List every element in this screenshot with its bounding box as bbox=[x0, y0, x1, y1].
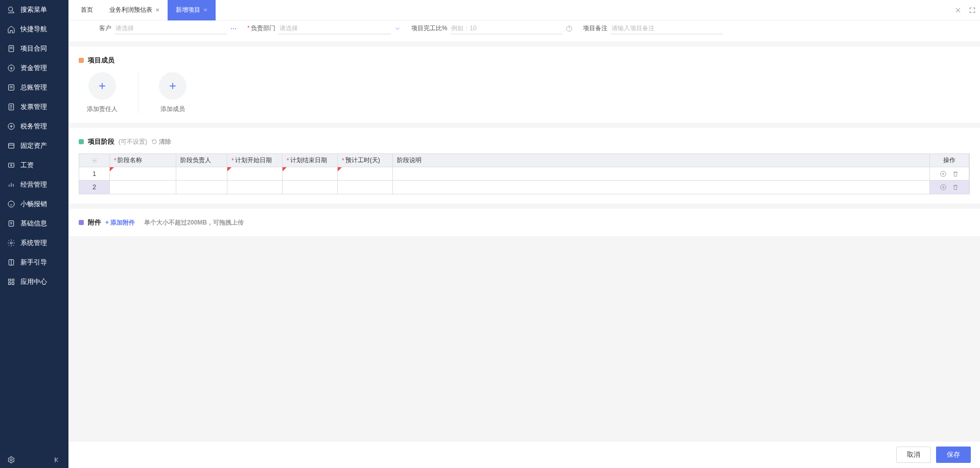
phase-title: 项目阶段 bbox=[88, 137, 114, 146]
section-marker-icon bbox=[79, 58, 84, 63]
invoice-icon bbox=[7, 103, 15, 111]
cell-start[interactable] bbox=[227, 181, 283, 194]
header-end: *计划结束日期 bbox=[283, 154, 338, 167]
field-department: *负责部门 bbox=[247, 23, 401, 34]
percent-input[interactable] bbox=[450, 23, 563, 34]
sidebar-item-label: 固定资产 bbox=[20, 141, 47, 150]
cell-end[interactable] bbox=[283, 167, 338, 181]
sidebar-item-salary[interactable]: 工资 bbox=[0, 155, 68, 175]
spacer bbox=[68, 236, 980, 441]
close-icon[interactable]: ✕ bbox=[155, 7, 159, 13]
svg-point-39 bbox=[233, 28, 234, 29]
header-hours: *预计工时(天) bbox=[338, 154, 393, 167]
sidebar-item-quicknav[interactable]: 快捷导航 bbox=[0, 19, 68, 39]
cell-desc[interactable] bbox=[393, 181, 930, 194]
tab-profit-estimate[interactable]: 业务利润预估表 ✕ bbox=[101, 0, 168, 20]
close-panel-icon[interactable] bbox=[954, 7, 962, 14]
dept-input[interactable] bbox=[278, 23, 391, 34]
chevron-down-icon[interactable] bbox=[394, 25, 401, 32]
sidebar-item-tax[interactable]: 税务管理 bbox=[0, 117, 68, 136]
add-row-icon[interactable] bbox=[940, 184, 947, 191]
sidebar-item-appcenter[interactable]: 应用中心 bbox=[0, 272, 68, 292]
add-member-button[interactable]: + 添加成员 bbox=[159, 72, 186, 114]
svg-rect-8 bbox=[9, 85, 14, 91]
sidebar-item-fund[interactable]: ¥ 资金管理 bbox=[0, 58, 68, 78]
members-header: 项目成员 bbox=[79, 56, 970, 65]
svg-point-43 bbox=[94, 160, 95, 161]
attach-header: 附件 + 添加附件 单个大小不超过200MB，可拖拽上传 bbox=[79, 218, 970, 227]
sidebar-item-guide[interactable]: 新手引导 bbox=[0, 253, 68, 272]
svg-point-34 bbox=[10, 459, 12, 461]
tax-icon bbox=[7, 122, 15, 130]
sidebar-item-label: 工资 bbox=[20, 161, 34, 170]
table-row: 1 bbox=[79, 167, 930, 181]
delete-row-icon[interactable] bbox=[952, 184, 959, 191]
phase-op-column: 操作 bbox=[930, 153, 970, 194]
sidebar-item-ledger[interactable]: 总账管理 bbox=[0, 78, 68, 97]
divider bbox=[138, 72, 138, 114]
sidebar-item-sys[interactable]: 系统管理 bbox=[0, 233, 68, 253]
tab-home[interactable]: 首页 bbox=[73, 0, 101, 20]
cell-owner[interactable] bbox=[176, 181, 227, 194]
attach-hint: 单个大小不超过200MB，可拖拽上传 bbox=[144, 218, 244, 227]
cell-hours[interactable] bbox=[338, 167, 393, 181]
svg-point-40 bbox=[235, 28, 236, 29]
collapse-icon[interactable] bbox=[53, 456, 61, 464]
settings-icon[interactable] bbox=[7, 456, 15, 464]
cancel-button[interactable]: 取消 bbox=[896, 447, 931, 463]
more-icon[interactable] bbox=[230, 25, 237, 32]
remark-label: 项目备注 bbox=[583, 24, 608, 33]
footer-actions: 取消 保存 bbox=[68, 441, 980, 468]
tab-label: 业务利润预估表 bbox=[109, 6, 152, 14]
chart-icon bbox=[7, 181, 15, 189]
gear-icon bbox=[91, 158, 98, 164]
sidebar-item-base[interactable]: 基础信息 bbox=[0, 214, 68, 233]
fullscreen-icon[interactable] bbox=[969, 7, 976, 14]
main: 首页 业务利润预估表 ✕ 新增项目 ✕ 客户 *负责部门 bbox=[68, 0, 980, 468]
phase-optional-hint: (可不设置) bbox=[119, 138, 147, 146]
asset-icon bbox=[7, 142, 15, 150]
phase-header: 项目阶段 (可不设置) 清除 bbox=[79, 137, 970, 146]
svg-rect-32 bbox=[9, 282, 11, 284]
sidebar-item-label: 应用中心 bbox=[20, 277, 47, 286]
sidebar-item-label: 快捷导航 bbox=[20, 25, 47, 34]
svg-point-27 bbox=[10, 242, 12, 244]
svg-rect-16 bbox=[9, 143, 14, 148]
delete-row-icon[interactable] bbox=[952, 170, 959, 177]
sidebar-item-search[interactable]: 搜索菜单 bbox=[0, 0, 68, 19]
cell-end[interactable] bbox=[283, 181, 338, 194]
remark-input[interactable] bbox=[611, 23, 723, 34]
add-owner-button[interactable]: + 添加责任人 bbox=[87, 72, 118, 114]
cell-name[interactable] bbox=[110, 181, 176, 194]
file-icon bbox=[7, 44, 15, 53]
sidebar-item-contract[interactable]: 项目合同 bbox=[0, 39, 68, 58]
add-row-icon[interactable] bbox=[940, 170, 947, 177]
svg-point-23 bbox=[8, 201, 14, 207]
sidebar-item-invoice[interactable]: 发票管理 bbox=[0, 97, 68, 117]
sidebar-item-biz[interactable]: 经营管理 bbox=[0, 175, 68, 194]
sidebar-item-xiaochang[interactable]: 小畅报销 bbox=[0, 194, 68, 214]
cell-hours[interactable] bbox=[338, 181, 393, 194]
header-settings[interactable] bbox=[79, 154, 110, 167]
cell-start[interactable] bbox=[227, 167, 283, 181]
close-icon[interactable]: ✕ bbox=[203, 7, 207, 13]
add-attachment-button[interactable]: + 添加附件 bbox=[105, 218, 135, 227]
plus-icon: + bbox=[88, 72, 116, 100]
cell-owner[interactable] bbox=[176, 167, 227, 181]
save-button[interactable]: 保存 bbox=[936, 447, 971, 463]
add-owner-label: 添加责任人 bbox=[87, 105, 118, 114]
svg-rect-31 bbox=[12, 279, 14, 281]
cell-desc[interactable] bbox=[393, 167, 930, 181]
sidebar-item-label: 项目合同 bbox=[20, 44, 47, 53]
customer-input[interactable] bbox=[114, 23, 227, 34]
help-icon[interactable] bbox=[566, 25, 573, 32]
phase-header-row: *阶段名称 阶段负责人 *计划开始日期 *计划结束日期 *预计工时(天) 阶段说… bbox=[79, 154, 930, 167]
home-icon bbox=[7, 25, 15, 33]
tab-new-project[interactable]: 新增项目 ✕ bbox=[168, 0, 216, 20]
phase-clear-button[interactable]: 清除 bbox=[151, 138, 171, 146]
sidebar-item-asset[interactable]: 固定资产 bbox=[0, 136, 68, 155]
expense-icon bbox=[7, 200, 15, 208]
svg-point-0 bbox=[9, 7, 13, 11]
cell-name[interactable] bbox=[110, 167, 176, 181]
search-icon bbox=[7, 6, 15, 14]
